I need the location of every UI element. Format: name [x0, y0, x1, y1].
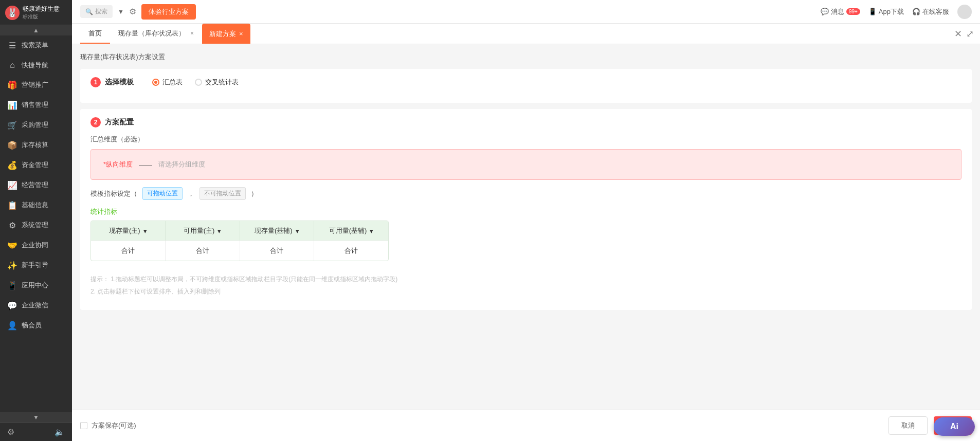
topbar-gear-icon[interactable]: ⚙ — [129, 7, 136, 16]
sidebar: 🐰 畅康通好生意 标准版 ▲ ☰ 搜索菜单 ⌂ 快捷导航 🎁 营销推广 📊 销售… — [0, 0, 72, 441]
dimension-required-text: *纵向维度 — [103, 160, 133, 169]
stats-col-4-label: 可用量(基辅) — [329, 226, 367, 235]
search-placeholder: 搜索 — [95, 7, 107, 16]
sidebar-label-search-menu: 搜索菜单 — [22, 41, 48, 50]
sidebar-label-inventory: 库存核算 — [22, 140, 48, 150]
dimension-box[interactable]: *纵向维度 —— 请选择分组维度 — [90, 149, 961, 180]
sidebar-label-marketing: 营销推广 — [22, 80, 48, 89]
online-service-label: 在线客服 — [922, 7, 949, 16]
sidebar-label-newbie: 新手引导 — [22, 261, 48, 270]
close-window-icon[interactable]: ✕ — [954, 28, 962, 40]
expand-window-icon[interactable]: ⤢ — [966, 28, 974, 40]
indicator-fixed-tag: 不可拖动位置 — [199, 187, 246, 200]
purchase-icon: 🛒 — [7, 120, 17, 130]
topbar-dropdown[interactable]: ▼ — [118, 8, 124, 15]
app-icon: 📱 — [868, 8, 877, 15]
messages-badge: 99+ — [846, 8, 860, 15]
messages-item[interactable]: 💬 消息 99+ — [821, 7, 860, 16]
cancel-button[interactable]: 取消 — [888, 416, 928, 435]
indicator-separator: ， — [188, 189, 194, 198]
finance-icon: 💰 — [7, 160, 17, 170]
stats-col-1-label: 现存量(主) — [109, 226, 140, 235]
tab-inventory-close[interactable]: × — [190, 30, 194, 37]
stats-col-2-header[interactable]: 可用量(主) ▾ — [166, 221, 240, 241]
dimension-arrow: —— — [139, 161, 152, 169]
user-avatar[interactable] — [957, 5, 972, 19]
sidebar-label-operations: 经营管理 — [22, 180, 48, 190]
message-icon: 💬 — [821, 8, 829, 15]
hint-section: 提示： 1.拖动标题栏可以调整布局，不可跨维度或指标区域拖动栏目字段(只能在同一… — [90, 269, 961, 302]
operations-icon: 📈 — [7, 180, 17, 190]
trial-button[interactable]: 体验行业方案 — [141, 4, 196, 20]
search-box[interactable]: 🔍 搜索 — [80, 5, 113, 18]
sidebar-item-search-menu[interactable]: ☰ 搜索菜单 — [0, 35, 72, 56]
ai-fab-button[interactable]: Ai — [934, 417, 975, 436]
radio-cross-label: 交叉统计表 — [205, 78, 239, 87]
step2-badge: 2 — [90, 117, 101, 127]
stats-col-3-chevron: ▾ — [296, 227, 299, 235]
stats-data-row: 合计 合计 合计 合计 — [91, 241, 388, 261]
section1-header: 1 选择模板 汇总表 交叉统计表 — [90, 77, 961, 87]
sidebar-item-purchase[interactable]: 🛒 采购管理 — [0, 115, 72, 135]
logo-badge: 标准版 — [23, 13, 60, 21]
radio-summary[interactable]: 汇总表 — [152, 78, 183, 87]
section2-header: 2 方案配置 — [90, 117, 961, 127]
tab-inventory-status[interactable]: 现存量（库存状况表） × — [110, 24, 202, 44]
topbar-right: 💬 消息 99+ 📱 App下载 🎧 在线客服 — [821, 5, 972, 19]
tab-inventory-label: 现存量（库存状况表） — [118, 29, 185, 38]
stats-cell-4: 合计 — [314, 241, 388, 261]
main-area: 🔍 搜索 ▼ ⚙ 体验行业方案 💬 消息 99+ 📱 App下载 🎧 在线客服 — [72, 0, 980, 441]
sidebar-item-inventory[interactable]: 📦 库存核算 — [0, 135, 72, 155]
stats-header: 现存量(主) ▾ 可用量(主) ▾ 现存量(基辅) ▾ 可用量(基辅) — [91, 221, 388, 241]
indicator-label: 模板指标设定（ — [90, 189, 137, 198]
search-menu-icon: ☰ — [7, 41, 17, 50]
sidebar-item-system[interactable]: ⚙ 系统管理 — [0, 215, 72, 235]
stats-col-3-header[interactable]: 现存量(基辅) ▾ — [240, 221, 315, 241]
sidebar-footer: ⚙ 🔈 — [0, 422, 72, 441]
step1-title: 选择模板 — [105, 78, 134, 87]
app-logo: 🐰 畅康通好生意 标准版 — [0, 0, 72, 25]
sidebar-item-apps[interactable]: 📱 应用中心 — [0, 275, 72, 296]
sidebar-item-basic-info[interactable]: 📋 基础信息 — [0, 195, 72, 215]
sound-icon[interactable]: 🔈 — [55, 427, 65, 437]
dimension-placeholder: 请选择分组维度 — [158, 160, 205, 169]
tab-new-close[interactable]: × — [239, 30, 243, 38]
online-service-item[interactable]: 🎧 在线客服 — [912, 7, 949, 16]
sidebar-item-quick-nav[interactable]: ⌂ 快捷导航 — [0, 56, 72, 75]
settings-icon[interactable]: ⚙ — [7, 427, 14, 437]
app-download-item[interactable]: 📱 App下载 — [868, 7, 904, 16]
save-checkbox[interactable] — [80, 422, 87, 429]
tab-home[interactable]: 首页 — [80, 24, 110, 44]
tab-new-plan[interactable]: 新建方案 × — [202, 24, 250, 44]
radio-cross[interactable]: 交叉统计表 — [195, 78, 239, 87]
sidebar-item-enterprise[interactable]: 🤝 企业协同 — [0, 235, 72, 255]
sidebar-scroll-up[interactable]: ▲ — [0, 25, 72, 35]
hint-1: 提示： 1.拖动标题栏可以调整布局，不可跨维度或指标区域拖动栏目字段(只能在同一… — [90, 273, 961, 285]
sidebar-item-member[interactable]: 👤 畅会员 — [0, 316, 72, 336]
indicator-close: ） — [251, 189, 258, 198]
stats-cell-3: 合计 — [240, 241, 315, 261]
step1-badge: 1 — [90, 77, 101, 87]
sidebar-item-sales[interactable]: 📊 销售管理 — [0, 95, 72, 115]
sidebar-label-purchase: 采购管理 — [22, 120, 48, 130]
sidebar-item-finance[interactable]: 💰 资金管理 — [0, 155, 72, 175]
enterprise-icon: 🤝 — [7, 241, 17, 250]
sidebar-scroll-down[interactable]: ▼ — [0, 412, 72, 422]
member-icon: 👤 — [7, 321, 17, 330]
template-options: 汇总表 交叉统计表 — [152, 78, 239, 87]
stats-col-4-header[interactable]: 可用量(基辅) ▾ — [314, 221, 388, 241]
stats-col-2-chevron: ▾ — [217, 227, 221, 235]
stats-col-1-header[interactable]: 现存量(主) ▾ — [91, 221, 166, 241]
marketing-icon: 🎁 — [7, 80, 17, 90]
sidebar-item-marketing[interactable]: 🎁 营销推广 — [0, 75, 72, 95]
stats-col-2-label: 可用量(主) — [184, 226, 215, 235]
sidebar-item-wechat[interactable]: 💬 企业微信 — [0, 296, 72, 316]
app-download-label: App下载 — [879, 7, 904, 16]
radio-summary-label: 汇总表 — [162, 78, 183, 87]
sidebar-label-enterprise: 企业协同 — [22, 241, 48, 250]
stats-col-3-label: 现存量(基辅) — [255, 226, 293, 235]
indicator-setting: 模板指标设定（ 可拖动位置 ， 不可拖动位置 ） — [90, 187, 961, 200]
messages-label: 消息 — [831, 7, 844, 16]
sidebar-item-newbie[interactable]: ✨ 新手引导 — [0, 255, 72, 275]
sidebar-item-operations[interactable]: 📈 经营管理 — [0, 175, 72, 195]
